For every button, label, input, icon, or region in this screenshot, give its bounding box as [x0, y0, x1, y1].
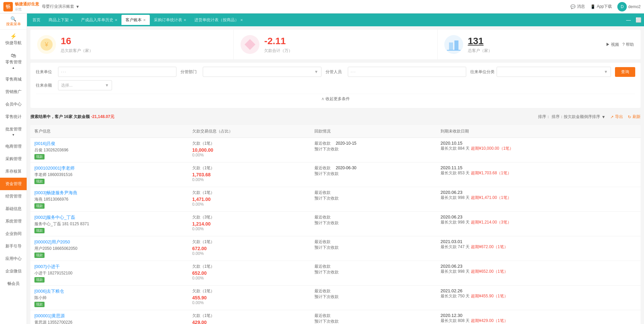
debt-amount-6[interactable]: 455.90 [192, 295, 306, 300]
video-btn[interactable]: ▶ 视频 [606, 42, 619, 48]
stat-debt-customers-icon: ¥ [37, 35, 56, 54]
sidebar-item-vip[interactable]: 畅会员 [0, 277, 27, 290]
sidebar-item-app-center[interactable]: 应用中心 [0, 253, 27, 265]
debt-amount-3[interactable]: 1,214.00 [192, 221, 306, 227]
message-btn[interactable]: 💬 消息 [570, 4, 585, 9]
sidebar-item-corp[interactable]: 企业协同 [0, 228, 27, 240]
user-avatar-btn[interactable]: D demo2 [617, 2, 641, 11]
debt-label-0: 欠款（1笔） [192, 141, 306, 146]
customer-phone-2: 海燕 18513066976 [34, 197, 184, 202]
collect-date-1: 2020-06-30 [332, 166, 356, 170]
customer-tag-2: 现款 [34, 203, 45, 209]
debt-amount-5[interactable]: 652.00 [192, 270, 306, 276]
sidebar-item-biz-mgmt[interactable]: 经营管理 [0, 190, 27, 203]
sidebar-item-member[interactable]: 会员中心 [0, 98, 27, 111]
results-info: 搜索结果中，客户 16家 欠款金额 -21,148.07元 排序： 排序：按欠款… [30, 111, 641, 122]
tab-customer-account[interactable]: 客户账本 ✕ [121, 15, 150, 25]
page-content: ¥ 16 总欠款客户（家） [27, 26, 644, 324]
tab-customer-account-label: 客户账本 [125, 17, 142, 23]
customer-name-2[interactable]: [0003]畅捷服务尹海燕 [34, 190, 184, 196]
app-download-btn[interactable]: 📱 App下载 [590, 4, 612, 9]
tab-product-online-close[interactable]: ✕ [70, 18, 73, 22]
table-row: [0001020001]李老师 李老师 18600391516 现款 欠款（1笔… [30, 163, 641, 187]
sidebar-item-finance[interactable]: 资金管理 [0, 178, 27, 190]
tab-purchase-stats-close[interactable]: ✕ [240, 18, 243, 22]
debt-amount-1[interactable]: 1,703.68 [192, 172, 306, 177]
sidebar-search[interactable]: 🔍 搜索菜单 [0, 13, 27, 30]
sidebar-item-ecom[interactable]: 电商管理 [0, 140, 27, 153]
overdue-amount-link-3[interactable]: 超期¥1,214.00（3笔） [471, 220, 511, 225]
username-label: demo2 [628, 4, 641, 9]
tab-product-online[interactable]: 商品上下架 ✕ [45, 15, 77, 25]
due-date-0: 2020.10.15 [441, 141, 637, 146]
tab-home[interactable]: 首页 [28, 15, 45, 25]
refresh-btn[interactable]: ↻ 刷新 [628, 114, 641, 120]
tab-purchase-order-close[interactable]: ✕ [184, 18, 186, 22]
tab-purchase-order[interactable]: 采购订单统计表 ✕ [150, 15, 190, 25]
customer-name-4[interactable]: [000002]用户2050 [34, 239, 184, 245]
sidebar-item-system[interactable]: 系统管理 [0, 215, 27, 228]
sidebar-item-basic-info[interactable]: 基础信息 [0, 203, 27, 215]
debt-amount-4[interactable]: 672.00 [192, 246, 306, 251]
from-unit-input[interactable]: ··· [58, 67, 176, 77]
sidebar-item-retail-shop[interactable]: 零售商城 [0, 73, 27, 86]
customer-tag-6: 现款 [34, 302, 45, 307]
sidebar-item-newbie[interactable]: 新手引导 [0, 240, 27, 253]
debt-amount-7[interactable]: 429.00 [192, 320, 306, 324]
overdue-amount-link-1[interactable]: 超期¥1,703.68（1笔） [471, 171, 511, 175]
org-dropdown-icon: ▼ [76, 4, 80, 9]
customer-name-7[interactable]: [000001]黄思源 [34, 313, 184, 319]
overdue-amount-link-2[interactable]: 超期¥1,471.00（1笔） [471, 195, 511, 200]
query-button[interactable]: 查询 [615, 67, 635, 77]
sidebar-item-nav[interactable]: ⚡ 快捷导航 [0, 30, 27, 49]
unit-category-select[interactable]: ▼ [497, 67, 611, 77]
customer-name-3[interactable]: [0002]服务中心_丁磊 [34, 214, 184, 220]
dept-select[interactable]: ▼ [203, 67, 321, 77]
customer-tag-3: 现款 [34, 228, 45, 233]
overdue-days-0: 最长欠款 884 天 超期¥10,000.00（1笔） [441, 146, 637, 151]
customer-name-5[interactable]: [0007]小进干 [34, 264, 184, 270]
sidebar-item-inventory[interactable]: 库存核算 [0, 165, 27, 178]
sidebar-item-marketing[interactable]: 营销推广 [0, 86, 27, 98]
customer-name-1[interactable]: [0001020001]李老师 [34, 165, 184, 171]
collapse-btn[interactable]: ∧ 收起更多条件 [36, 94, 635, 104]
debt-amount-0[interactable]: 10,000.00 [192, 147, 306, 153]
cell-due-2: 2020.06.23 最长欠款 998 天 超期¥1,471.00（1笔） [437, 187, 641, 212]
tab-customer-account-close[interactable]: ✕ [143, 18, 146, 22]
tab-maximize-btn[interactable]: ⬜ [634, 17, 643, 23]
overdue-amount-link-0[interactable]: 超期¥10,000.00（1笔） [471, 146, 514, 151]
org-selector[interactable]: 母婴行业演示账套 ▼ [42, 4, 80, 9]
tab-minimize-btn[interactable]: — [625, 17, 632, 23]
overdue-amount-link-4[interactable]: 超期¥672.00（1笔） [471, 244, 508, 249]
sidebar-item-batch-mgmt[interactable]: 批发管理 ▼ [0, 123, 27, 140]
stat-debt-amount-icon [241, 35, 259, 54]
person-input[interactable]: ··· [348, 67, 466, 77]
debt-amount-2[interactable]: 1,471.00 [192, 197, 306, 202]
sidebar-item-corp-wechat[interactable]: 企业微信 [0, 265, 27, 277]
overdue-amount-link-5[interactable]: 超期¥652.00（1笔） [471, 269, 508, 274]
balance-select[interactable]: 选择... ▼ [58, 80, 112, 90]
overdue-amount-link-7[interactable]: 超期¥429.00（1笔） [471, 318, 508, 323]
sidebar-item-retail-mgmt[interactable]: 🛍 零售管理 ▲ [0, 49, 27, 73]
sidebar-nav-label: 快捷导航 [1, 40, 25, 46]
tab-purchase-stats[interactable]: 进货单统计表（按商品） ✕ [190, 15, 247, 25]
cell-collect-4: 最近收款 预计下次收款 [310, 236, 437, 261]
export-btn[interactable]: ↗ 导出 [610, 114, 623, 120]
cell-customer-7: [000001]黄思源 黄思源 13552700226 现款 [30, 310, 188, 324]
tab-production-history-close[interactable]: ✕ [115, 18, 117, 22]
stat-total-customers-value: 131 [468, 36, 601, 47]
customer-name-6[interactable]: [0006]去下粮仓 [34, 288, 184, 294]
help-btn[interactable]: ? 帮助 [622, 42, 634, 48]
sort-selector[interactable]: 排序： 排序：按欠款金额倒序排序 ▼ [538, 114, 606, 120]
debt-label-5: 欠款（1笔） [192, 264, 306, 269]
sidebar-item-purchase[interactable]: 采购管理 [0, 153, 27, 165]
results-actions: 排序： 排序：按欠款金额倒序排序 ▼ ↗ 导出 ↻ 刷新 [538, 114, 641, 120]
cell-debt-1: 欠款（1笔） 1,703.68 0.00% [188, 163, 310, 187]
sidebar-marketing-label: 营销推广 [1, 89, 25, 95]
customer-name-0[interactable]: [0016]吕俊 [34, 141, 184, 147]
cell-collect-1: 最近收款 2020-06-30 预计下次收款 [310, 163, 437, 187]
sidebar-item-retail-stat[interactable]: 零售统计 [0, 111, 27, 123]
overdue-amount-link-6[interactable]: 超期¥455.90（1笔） [471, 294, 508, 298]
collapse-icon: ∧ [321, 96, 326, 101]
tab-production-history[interactable]: 产成品入库单历史 ✕ [77, 15, 121, 25]
